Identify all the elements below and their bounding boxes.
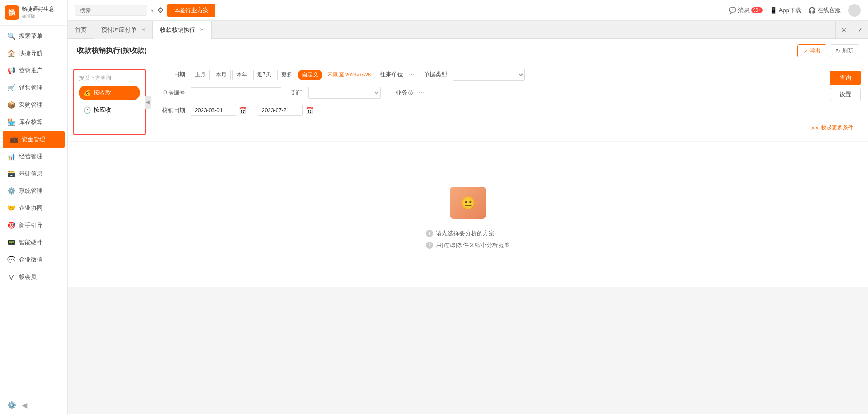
filter-option-by-receipt[interactable]: 💰 按收款 [79,86,140,100]
sidebar-item-quick-nav[interactable]: 🏠 快捷导航 [0,45,67,62]
filter-option-by-receivable[interactable]: 🕐 按应收 [79,103,140,117]
export-icon: ↗ [803,48,808,54]
page-content: 收款核销执行(按收款) ↗ 导出 ↻ 刷新 按以下方查询 💰 [68,39,868,414]
order-no-input[interactable] [191,87,281,98]
date-btn-custom[interactable]: 自定义 [298,70,322,80]
tabbar: 首页 预付冲应付单 ✕ 收款核销执行 ✕ ✕ ⤢ [68,21,868,39]
date-btn-7days[interactable]: 近7天 [253,70,275,80]
refresh-button[interactable]: ↻ 刷新 [830,44,859,57]
query-button[interactable]: 查询 [830,71,861,85]
guide-icon: 🎯 [7,221,15,229]
receivable-icon: 🕐 [83,106,91,114]
order-type-select[interactable] [453,69,525,81]
tab-receipt-verify-close[interactable]: ✕ [200,27,204,33]
filter-option-by-receivable-label: 按应收 [94,106,111,114]
empty-hint: 1 请先选择要分析的方案 2 用[过滤]条件来缩小分析范围 [426,228,509,251]
verify-date-end-calendar-icon[interactable]: 📅 [306,107,313,114]
close-tab-btn[interactable]: ✕ [835,21,852,39]
sidebar: 畅 畅捷通好生意 标准版 🔍 搜索菜单 🏠 快捷导航 📢 营销推广 🛒 销售管理… [0,0,68,414]
empty-illustration: 😐 [445,178,491,219]
member-icon: V [7,273,15,281]
online-service-item[interactable]: 🎧 在线客服 [808,6,841,14]
sidebar-item-search[interactable]: 🔍 搜索菜单 [0,28,67,45]
sidebar-item-marketing[interactable]: 📢 营销推广 [0,62,67,79]
expand-tab-btn[interactable]: ⤢ [852,21,868,39]
sales-icon: 🛒 [7,84,15,92]
page-actions: ↗ 导出 ↻ 刷新 [797,44,859,63]
date-btn-this-year[interactable]: 本年 [232,70,251,80]
topbar-dropdown-arrow[interactable]: ▾ [151,7,154,14]
staff-label: 业务员 [386,89,413,97]
staff-ellipsis[interactable]: ··· [419,89,425,97]
tab-home[interactable]: 首页 [68,21,94,39]
counterpart-label: 往来单位 [376,71,403,79]
date-btn-more[interactable]: 更多 [277,70,296,80]
receipt-icon: 💰 [83,89,91,96]
empty-face-icon: 😐 [460,195,476,210]
filter-actions: 查询 设置 [830,69,861,101]
tab-prepay-close[interactable]: ✕ [141,27,145,33]
topbar-search-input[interactable] [75,5,147,16]
dept-label: 部门 [287,89,303,97]
verify-date-start-input[interactable] [191,105,236,116]
sidebar-item-wechat-label: 企业微信 [19,256,42,264]
logo-sub: 标准版 [22,13,54,19]
message-item[interactable]: 💬 消息 99+ [729,6,763,14]
user-avatar[interactable] [848,4,861,17]
setting-button[interactable]: 设置 [830,88,861,101]
order-no-label: 单据编号 [158,89,185,97]
export-button[interactable]: ↗ 导出 [797,44,826,57]
tabbar-actions: ✕ ⤢ [835,21,868,39]
tab-prepay-label: 预付冲应付单 [101,26,137,34]
date-btn-this-month[interactable]: 本月 [212,70,231,80]
sidebar-item-operations[interactable]: 📊 经营管理 [0,148,67,165]
verify-date-group: 📅 — 📅 [191,105,313,116]
date-separator: — [249,107,255,114]
topbar-right: 💬 消息 99+ 📱 App下载 🎧 在线客服 [729,4,861,17]
sidebar-item-basic[interactable]: 🗃️ 基础信息 [0,165,67,182]
settings-bottom-icon[interactable]: ⚙️ [7,401,16,409]
sidebar-item-system-label: 系统管理 [19,187,42,195]
order-type-label: 单据类型 [420,71,447,79]
industry-solution-button[interactable]: 体验行业方案 [167,4,215,17]
sidebar-item-guide[interactable]: 🎯 新手引导 [0,217,67,234]
sidebar-item-sales[interactable]: 🛒 销售管理 [0,79,67,96]
sidebar-menu: 🔍 搜索菜单 🏠 快捷导航 📢 营销推广 🛒 销售管理 📦 采购管理 🏪 库存核… [0,26,67,396]
topbar-gear-icon[interactable]: ⚙ [157,6,164,14]
sidebar-item-finance[interactable]: 💼 资金管理 [3,131,65,148]
filter-sidebar-collapse-btn[interactable]: ◀ [145,96,151,109]
collapse-more-btn[interactable]: ∧∧ 收起更多条件 [811,124,854,132]
operations-icon: 📊 [7,152,15,161]
logo-icon: 畅 [5,5,19,20]
sidebar-item-quick-nav-label: 快捷导航 [19,49,42,57]
empty-state: 😐 1 请先选择要分析的方案 2 用[过滤]条件来缩小分析范围 [68,142,868,287]
filter-row-2: 单据编号 部门 业务员 ··· [158,87,830,99]
sidebar-item-member[interactable]: V 畅会员 [0,268,67,286]
sidebar-item-hardware[interactable]: 📟 智能硬件 [0,234,67,251]
hint-num-1: 1 [426,230,433,237]
topbar-left: ▾ ⚙ 体验行业方案 [75,4,215,17]
counterpart-ellipsis[interactable]: ··· [409,71,415,79]
sidebar-item-enterprise[interactable]: 🤝 企业协同 [0,200,67,217]
message-icon: 💬 [729,7,736,14]
tab-receipt-verify-label: 收款核销执行 [160,26,195,34]
verify-date-start-calendar-icon[interactable]: 📅 [239,107,246,114]
tab-receipt-verify[interactable]: 收款核销执行 ✕ [153,21,212,39]
tab-prepay[interactable]: 预付冲应付单 ✕ [94,21,153,39]
home-icon: 🏠 [7,49,15,57]
sidebar-item-system[interactable]: ⚙️ 系统管理 [0,182,67,200]
hint-num-2: 2 [426,242,433,249]
filter-row-1: 日期 上月 本月 本年 近7天 更多 自定义 不限 至 2023-07-26 [158,69,830,81]
date-btn-last-month[interactable]: 上月 [191,70,210,80]
enterprise-icon: 🤝 [7,204,15,212]
verify-date-end-input[interactable] [258,105,303,116]
sidebar-item-wechat[interactable]: 💬 企业微信 [0,251,67,268]
search-icon: 🔍 [7,32,15,40]
dept-select[interactable] [308,87,381,99]
collapse-sidebar-icon[interactable]: ◀ [22,401,27,409]
sidebar-item-purchase[interactable]: 📦 采购管理 [0,96,67,114]
sidebar-item-inventory[interactable]: 🏪 库存核算 [0,114,67,131]
app-download-item[interactable]: 📱 App下载 [770,6,801,14]
sidebar-item-marketing-label: 营销推广 [19,67,42,75]
empty-hint-text-1: 请先选择要分析的方案 [436,228,495,239]
